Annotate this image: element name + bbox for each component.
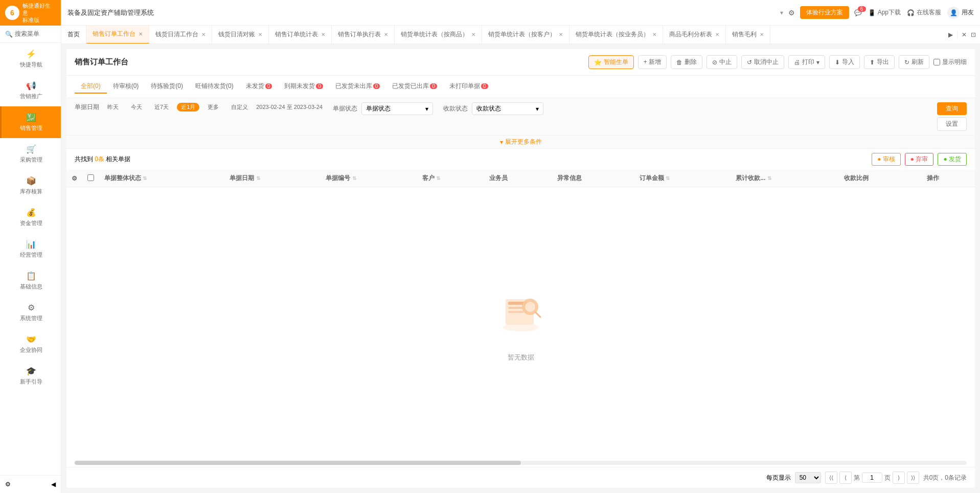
industry-btn[interactable]: 体验行业方案 — [800, 6, 849, 19]
tab-close-cash-daily[interactable]: ✕ — [201, 32, 206, 37]
tab-home[interactable]: 首页 — [61, 26, 86, 44]
query-btn[interactable]: 查询 — [937, 102, 967, 115]
page-size-select[interactable]: 50 10 20 100 — [795, 472, 821, 483]
sort-collected-icon[interactable]: ⇅ — [767, 175, 771, 181]
gear-icon[interactable]: ⚙ — [788, 9, 795, 17]
sidebar-item-quick-nav[interactable]: ⚡ 快捷导航 — [0, 43, 61, 75]
page-prev-btn[interactable]: ⟨ — [839, 472, 852, 484]
status-select[interactable]: 单据状态 ▾ — [361, 102, 433, 115]
tab-close-sales-stats-product[interactable]: ✕ — [471, 32, 475, 37]
date-today-btn[interactable]: 今天 — [127, 102, 146, 112]
col-checkbox[interactable] — [82, 170, 99, 187]
tab-profit-analysis[interactable]: 商品毛利分析表✕ — [663, 26, 726, 44]
tab-sales-workbench[interactable]: 销售订单工作台✕ — [86, 26, 149, 44]
workbench-header: 销售订单工作台 ⭐ 智能生单 + 新增 🗑 删除 ⊘ 中止 — [66, 49, 975, 76]
tab-more-btn[interactable]: ▶ — [944, 31, 957, 38]
tab-next-icon[interactable]: ⊡ — [969, 31, 978, 38]
sidebar-item-operations[interactable]: 📊 经营管理 — [0, 233, 61, 265]
tab-cash-reconcile[interactable]: 钱货日清对账✕ — [212, 26, 269, 44]
empty-state: 暂无数据 — [66, 187, 975, 459]
tab-sales-order-exec[interactable]: 销售订单执行表✕ — [332, 26, 395, 44]
audit-btn[interactable]: ● 审核 — [872, 153, 901, 166]
tab-sales-stats-customer[interactable]: 销货单统计表（按客户）✕ — [482, 26, 569, 44]
cancel-stop-btn[interactable]: ↺ 取消中止 — [741, 55, 784, 69]
page-input[interactable] — [862, 473, 882, 483]
tab-close-profit-analysis[interactable]: ✕ — [715, 32, 719, 37]
sidebar-item-finance[interactable]: 💰 资金管理 — [0, 201, 61, 233]
sidebar-item-basic-info[interactable]: 📋 基础信息 — [0, 265, 61, 297]
tab-sales-stats-staff[interactable]: 销货单统计表（按业务员）✕ — [569, 26, 663, 44]
settings-icon[interactable]: ⚙ — [5, 481, 11, 488]
page-last-btn[interactable]: ⟩⟩ — [907, 472, 919, 484]
tab-close-sales-stats-customer[interactable]: ✕ — [559, 32, 563, 37]
date-more-btn[interactable]: 更多 — [203, 102, 223, 112]
sort-date-icon[interactable]: ⇅ — [256, 175, 260, 181]
message-area[interactable]: 💬 6 — [854, 9, 862, 16]
revoke-btn[interactable]: ● 弃审 — [905, 153, 934, 166]
scrollbar-thumb[interactable] — [75, 461, 521, 465]
dropdown-arrow-icon[interactable]: ▾ — [780, 9, 783, 16]
sub-tab-unshipped[interactable]: 未发货0 — [240, 80, 279, 94]
date-1month-btn[interactable]: 近1月 — [177, 103, 199, 111]
sidebar-item-guide[interactable]: 🎓 新手引导 — [0, 360, 61, 392]
ship-btn[interactable]: ● 发货 — [938, 153, 967, 166]
refresh-btn[interactable]: ↻ 刷新 — [899, 55, 929, 69]
tab-close-cash-reconcile[interactable]: ✕ — [258, 32, 262, 37]
sidebar-item-system[interactable]: ⚙ 系统管理 — [0, 297, 61, 328]
tab-close-sales-order-stats[interactable]: ✕ — [321, 32, 325, 37]
online-service[interactable]: 🎧 在线客服 — [907, 8, 941, 17]
sort-amount-icon[interactable]: ⇅ — [666, 175, 670, 181]
date-yesterday-btn[interactable]: 昨天 — [103, 102, 123, 112]
date-7days-btn[interactable]: 近7天 — [150, 102, 173, 112]
sidebar-item-marketing[interactable]: 📢 营销推广 — [0, 75, 61, 106]
sub-tab-shipped-not-out[interactable]: 已发货未出库0 — [329, 80, 386, 94]
sort-number-icon[interactable]: ⇅ — [352, 175, 356, 181]
smart-btn[interactable]: ⭐ 智能生单 — [588, 55, 634, 69]
scrollbar-track[interactable] — [75, 461, 967, 465]
export-btn[interactable]: ⬆ 导出 — [864, 55, 895, 69]
tab-cash-daily[interactable]: 钱货日清工作台✕ — [149, 26, 212, 44]
col-settings[interactable]: ⚙ — [66, 170, 82, 187]
sub-tab-overdue-unshipped[interactable]: 到期未发货0 — [278, 80, 329, 94]
sub-tab-all[interactable]: 全部(0) — [75, 80, 107, 94]
print-btn[interactable]: 🖨 打印 ▾ — [788, 55, 825, 69]
status-filter-group: 单据状态 单据状态 ▾ — [333, 102, 433, 115]
tab-sales-order-stats[interactable]: 销售订单统计表✕ — [269, 26, 332, 44]
user-area[interactable]: 👤 用友 — [947, 7, 974, 19]
page-next-btn[interactable]: ⟩ — [893, 472, 905, 484]
tab-sales-profit[interactable]: 销售毛利✕ — [726, 26, 770, 44]
show-detail-input[interactable] — [933, 59, 940, 65]
new-btn[interactable]: + 新增 — [638, 55, 667, 69]
sort-status-icon[interactable]: ⇅ — [143, 175, 147, 181]
sub-tab-unprinted[interactable]: 未打印单据0 — [443, 80, 494, 94]
select-all-checkbox[interactable] — [87, 174, 94, 181]
date-custom-btn[interactable]: 自定义 — [227, 102, 252, 112]
sub-tab-wangpu-pending[interactable]: 旺铺待发货(0) — [189, 80, 240, 94]
stop-btn[interactable]: ⊘ 中止 — [706, 55, 737, 69]
delete-btn[interactable]: 🗑 删除 — [671, 55, 702, 69]
sidebar-search[interactable]: 🔍 搜索菜单 — [0, 26, 61, 43]
page-first-btn[interactable]: ⟨⟨ — [825, 472, 837, 484]
tab-prev-icon[interactable]: ✕ — [960, 31, 969, 38]
payment-select[interactable]: 收款状态 ▾ — [472, 102, 543, 115]
tab-close-sales-stats-staff[interactable]: ✕ — [652, 32, 656, 37]
sidebar: 6 畅捷通好生意 标准版 🔍 搜索菜单 ⚡ 快捷导航 📢 营销推广 💹 销售管理… — [0, 0, 61, 493]
filter-setting-btn[interactable]: 设置 — [937, 117, 967, 131]
tab-close-sales-profit[interactable]: ✕ — [760, 32, 764, 37]
tab-close-sales-order-exec[interactable]: ✕ — [384, 32, 388, 37]
sidebar-item-sales[interactable]: 💹 销售管理 — [0, 106, 61, 138]
expand-more-btn[interactable]: ▾ 展开更多条件 — [500, 138, 542, 146]
collapse-icon[interactable]: ◀ — [51, 481, 56, 488]
sidebar-item-purchase[interactable]: 🛒 采购管理 — [0, 138, 61, 170]
tab-close-sales-workbench[interactable]: ✕ — [139, 31, 143, 37]
import-btn[interactable]: ⬇ 导入 — [829, 55, 860, 69]
tab-sales-stats-product[interactable]: 销货单统计表（按商品）✕ — [395, 26, 482, 44]
app-download[interactable]: 📱 App下载 — [868, 8, 901, 17]
sub-tab-shipped-out[interactable]: 已发货已出库0 — [386, 80, 443, 94]
sidebar-item-enterprise[interactable]: 🤝 企业协同 — [0, 328, 61, 360]
sidebar-item-inventory[interactable]: 📦 库存核算 — [0, 170, 61, 201]
sub-tab-pending-inspect[interactable]: 待拣验货(0) — [145, 80, 189, 94]
show-detail-checkbox[interactable]: 显示明细 — [933, 58, 967, 66]
sub-tab-pending-audit[interactable]: 待审核(0) — [107, 80, 145, 94]
sort-customer-icon[interactable]: ⇅ — [436, 175, 440, 181]
